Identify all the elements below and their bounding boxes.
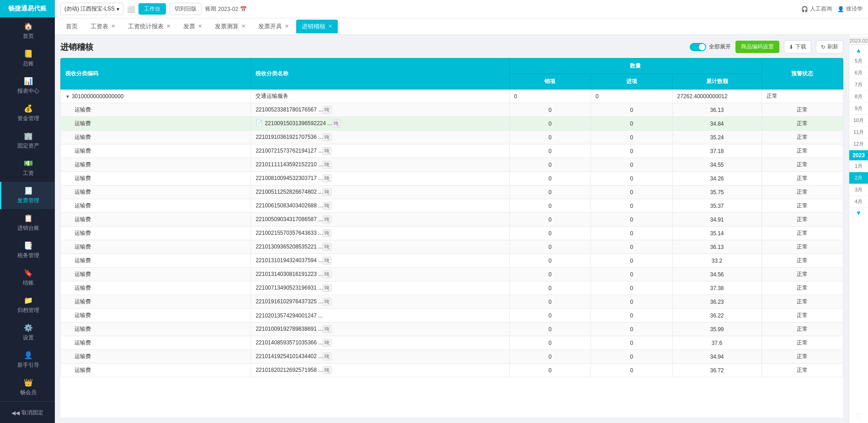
sidebar-item-sales-ledger[interactable]: 📋 进销台账 (0, 209, 55, 237)
cal-month-7[interactable]: 7月 (849, 79, 868, 91)
tab-close-icon[interactable]: ✕ (166, 23, 170, 29)
sidebar-item-label: 税务管理 (17, 252, 39, 259)
table-row[interactable]: 运输费 22100713490523196931 ...吨 0 0 37.38 … (61, 281, 843, 295)
download-label: 下载 (795, 43, 806, 51)
sidebar-item-salary[interactable]: 💵 工资 (0, 154, 55, 182)
cal-month-2[interactable]: 2月 (849, 172, 868, 184)
cal-month-3[interactable]: 3月 (849, 184, 868, 196)
company-selector[interactable]: (勿动) 江西报宝-LSS ▾ (60, 3, 123, 15)
table-row[interactable]: 运输费 22100615083403402688 ...吨 0 0 35.37 … (61, 199, 843, 213)
unit-tag: 吨 (323, 188, 331, 196)
switch-version-button[interactable]: 切到旧版 (170, 3, 202, 15)
sidebar-item-tax[interactable]: 📑 税务管理 (0, 237, 55, 264)
download-button[interactable]: ⬇ 下载 (784, 40, 811, 53)
table-row[interactable]: 运输费 22101310194324037594 ...吨 0 0 33.2 正… (61, 254, 843, 268)
tab-salary-stats[interactable]: 工资统计报表 ✕ (122, 20, 176, 33)
cal-month-4[interactable]: 4月 (849, 196, 868, 208)
sidebar-item-archive[interactable]: 📁 归档管理 (0, 291, 55, 319)
tab-close-active-icon[interactable]: ✕ (328, 23, 332, 29)
data-table: 税收分类编码 税收分类名称 数量 预警状态 销项 进项 累计数额 ▼3010 (60, 58, 843, 377)
sidebar-item-settings[interactable]: ⚙️ 设置 (0, 319, 55, 346)
table-row[interactable]: 运输费 22102013574294001247 ... 0 0 36.22 正… (61, 309, 843, 323)
cal-month-10[interactable]: 10月 (849, 115, 868, 127)
sidebar-item-settle[interactable]: 🔖 结账 (0, 264, 55, 291)
sidebar-item-invoice-mgmt[interactable]: 🧾 发票管理 (0, 182, 55, 209)
tab-salary-table[interactable]: 工资表 ✕ (85, 20, 121, 33)
sidebar: 畅捷通易代账 🏠 首页 📒 总账 📊 报表中心 💰 资金管理 🏢 固定资产 💵 … (0, 0, 55, 423)
table-row[interactable]: 运输费 22101916102976437325 ...吨 0 0 36.23 … (61, 295, 843, 309)
toggle-all-container[interactable]: 全部展开 (690, 43, 731, 51)
table-row[interactable]: 运输费 22101111143592152210 ...吨 0 0 34.55 … (61, 158, 843, 172)
unpin-icon: ◀◀ (11, 410, 20, 416)
sidebar-item-label: 畅会员 (20, 389, 37, 397)
sidebar-item-capital[interactable]: 💰 资金管理 (0, 100, 55, 127)
page-header: 进销稽核 全部展开 商品编码设置 ⬇ 下载 ↻ 刷新 (60, 40, 843, 53)
sidebar-item-label: 发票管理 (17, 197, 39, 205)
sidebar-item-home[interactable]: 🏠 首页 (0, 17, 55, 45)
cal-month-5[interactable]: 5月 (849, 55, 868, 67)
sidebar-item-label: 首页 (23, 32, 34, 40)
sidebar-item-ledger[interactable]: 📒 总账 (0, 45, 55, 72)
table-row[interactable]: 运输费 22101309365208535221 ...吨 0 0 36.13 … (61, 240, 843, 254)
cal-up-button[interactable]: ▲ (849, 45, 868, 55)
table-row[interactable]: 运输费 22100511252826674802 ...吨 0 0 35.75 … (61, 185, 843, 199)
tabbar: 首页 工资表 ✕ 工资统计报表 ✕ 发票 ✕ 发票测算 ✕ 发票开具 ✕ 进销稽… (55, 18, 868, 35)
table-row[interactable]: ▼30100000000000000 交通运输服务 0 0 27262.4000… (61, 90, 843, 103)
heart-icon: ♡ (856, 412, 862, 420)
table-row[interactable]: 运输费 22101419254101434402 ...吨 0 0 34.94 … (61, 350, 843, 364)
topbar: (勿动) 江西报宝-LSS ▾ ⬜ 工作台 切到旧版 账期 2023-02 📅 … (55, 0, 868, 18)
refresh-button[interactable]: ↻ 刷新 (816, 40, 843, 53)
table-row[interactable]: 运输费 22101009192789838691 ...吨 0 0 35.99 … (61, 323, 843, 336)
cal-month-11[interactable]: 11月 (849, 127, 868, 138)
toggle-all-switch[interactable] (690, 43, 706, 51)
table-row[interactable]: 运输费 22101408593571035366 ...吨 0 0 37.6 正… (61, 336, 843, 350)
sidebar-item-vip[interactable]: 👑 畅会员 (0, 374, 55, 401)
page-title: 进销稽核 (60, 42, 93, 53)
sidebar-item-label: 设置 (23, 334, 34, 342)
refresh-label: 刷新 (827, 43, 838, 51)
table-row[interactable]: 运输费 22100721573762194127 ...吨 0 0 37.18 … (61, 144, 843, 158)
cal-month-6[interactable]: 6月 (849, 67, 868, 79)
table-row[interactable]: 运输费 22101820212692571958 ...吨 0 0 36.72 … (61, 364, 843, 377)
tab-invoice-label: 发票 (183, 22, 195, 31)
cal-down-button[interactable]: ▼ (849, 208, 868, 218)
col-status-header: 预警状态 (761, 58, 843, 90)
tab-close-icon[interactable]: ✕ (198, 23, 202, 29)
cal-year-top: 2023.02 (849, 37, 868, 45)
unpin-button[interactable]: ◀◀ 取消固定 (0, 405, 55, 420)
tab-invoice-open[interactable]: 发票开具 ✕ (253, 20, 294, 33)
worktable-button[interactable]: 工作台 (138, 3, 166, 15)
expand-icon[interactable]: ▼ (65, 94, 70, 99)
table-row[interactable]: 运输费 📄22100915031396592224 ...吨 0 0 34.84… (61, 117, 843, 131)
user-menu[interactable]: 👤 徐泾华 (837, 5, 863, 13)
tab-close-icon[interactable]: ✕ (241, 23, 245, 29)
tab-invoice-calc[interactable]: 发票测算 ✕ (209, 20, 251, 33)
table-row[interactable]: 运输费 22100509034317086587 ...吨 0 0 34.91 … (61, 213, 843, 227)
sidebar-item-report[interactable]: 📊 报表中心 (0, 72, 55, 100)
table-row[interactable]: 运输费 22100215570357643633 ...吨 0 0 35.14 … (61, 227, 843, 240)
cal-month-12[interactable]: 12月 (849, 138, 868, 150)
cal-month-9[interactable]: 9月 (849, 103, 868, 115)
tab-close-icon[interactable]: ✕ (285, 23, 289, 29)
sidebar-item-label: 资金管理 (17, 115, 39, 122)
tab-home[interactable]: 首页 (60, 20, 83, 33)
tab-invoice[interactable]: 发票 ✕ (178, 20, 208, 33)
tab-close-icon[interactable]: ✕ (111, 23, 115, 29)
tab-sales-check[interactable]: 进销稽核 ✕ (296, 20, 338, 33)
refresh-icon: ↻ (821, 44, 825, 50)
sidebar-item-newbie[interactable]: 👤 新手引导 (0, 346, 55, 374)
cal-month-8[interactable]: 8月 (849, 91, 868, 103)
table-row[interactable]: 运输费 22101910361921707536 ...吨 0 0 35.24 … (61, 131, 843, 144)
copy-icon[interactable]: ⬜ (127, 5, 135, 13)
cal-month-1[interactable]: 1月 (849, 160, 868, 172)
table-row[interactable]: 运输费 22100810094532303717 ...吨 0 0 34.26 … (61, 172, 843, 185)
product-code-setting-button[interactable]: 商品编码设置 (735, 41, 779, 53)
service-button[interactable]: 🎧 人工咨询 (801, 5, 832, 13)
cal-year-2023[interactable]: 2023 (849, 150, 868, 160)
table-row[interactable]: 运输费 22100523381780176567 ...吨 0 0 36.13 … (61, 103, 843, 117)
sidebar-item-assets[interactable]: 🏢 固定资产 (0, 127, 55, 154)
unit-tag: 吨 (323, 325, 331, 333)
toggle-all-label: 全部展开 (709, 43, 731, 51)
unit-tag: 吨 (323, 353, 331, 360)
table-row[interactable]: 运输费 22101314030816191223 ...吨 0 0 34.56 … (61, 268, 843, 281)
